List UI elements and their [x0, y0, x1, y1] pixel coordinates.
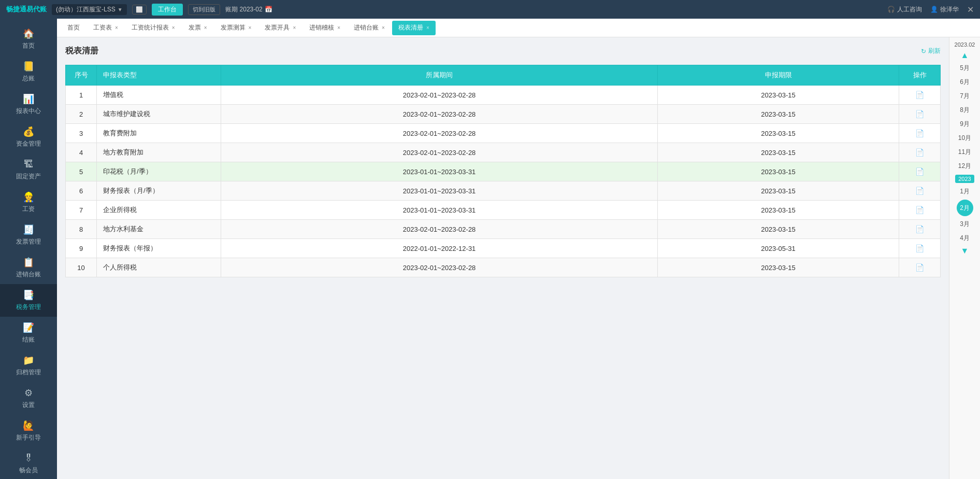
tab-close-invoice[interactable]: × [204, 25, 207, 31]
date-month-6[interactable]: 6月 [949, 75, 980, 89]
app-logo: 畅捷通易代账 [6, 5, 47, 14]
refresh-button[interactable]: ↻ 刷新 [921, 47, 941, 55]
cell-period-3: 2023-02-01~2023-02-28 [221, 143, 658, 162]
date-month-3[interactable]: 3月 [949, 217, 980, 231]
tab-invoice-calc[interactable]: 发票测算 × [214, 21, 258, 35]
sidebar-item-invoice[interactable]: 🧾 发票管理 [0, 219, 57, 251]
tab-salary-table[interactable]: 工资表 × [87, 21, 124, 35]
cell-type-5: 财务报表（月/季） [97, 181, 221, 201]
date-month-12[interactable]: 12月 [949, 159, 980, 173]
sidebar-item-close[interactable]: 📝 结账 [0, 317, 57, 349]
member-icon: 🎖 [23, 453, 34, 464]
tab-close-salary-table[interactable]: × [115, 25, 118, 31]
tab-close-purchase-ledger[interactable]: × [382, 25, 385, 31]
date-month-9[interactable]: 9月 [949, 117, 980, 131]
tab-invoice-open[interactable]: 发票开具 × [258, 21, 302, 35]
action-icon-4[interactable]: 📄 [915, 167, 924, 176]
tab-purchase-ledger[interactable]: 进销台账 × [348, 21, 391, 35]
sidebar-item-purchase-sales[interactable]: 📋 进销台账 [0, 251, 57, 284]
cell-deadline-6: 2023-03-15 [658, 201, 899, 220]
tab-bar: 首页 工资表 × 工资统计报表 × 发票 × 发票测算 × 发票开具 × [57, 19, 980, 37]
period-label: 账期 2023-02 📅 [225, 5, 272, 14]
cell-action-2: 📄 [899, 124, 941, 143]
action-icon-2[interactable]: 📄 [915, 129, 924, 137]
cell-action-6: 📄 [899, 201, 941, 220]
cell-period-0: 2023-02-01~2023-02-28 [221, 86, 658, 105]
action-icon-9[interactable]: 📄 [915, 263, 924, 272]
sidebar-item-ledger[interactable]: 📒 总账 [0, 55, 57, 88]
sidebar-label-ledger: 总账 [22, 74, 35, 83]
date-month-10[interactable]: 10月 [949, 131, 980, 145]
action-icon-6[interactable]: 📄 [915, 206, 924, 214]
action-icon-5[interactable]: 📄 [915, 187, 924, 195]
page-title: 税表清册 [65, 46, 98, 57]
sidebar-item-member[interactable]: 🎖 畅会员 [0, 447, 57, 479]
user-profile[interactable]: 👤 徐泽华 [930, 5, 959, 14]
company-selector[interactable]: (勿动）江西服宝-LSS ▼ [52, 4, 127, 15]
date-month-11[interactable]: 11月 [949, 145, 980, 159]
action-icon-3[interactable]: 📄 [915, 148, 924, 157]
tab-close-invoice-open[interactable]: × [293, 25, 296, 31]
cell-period-2: 2023-02-01~2023-02-28 [221, 124, 658, 143]
fund-icon: 💰 [23, 126, 34, 137]
tab-close-purchase-audit[interactable]: × [337, 25, 340, 31]
sidebar: 🏠 首页 📒 总账 📊 报表中心 💰 资金管理 🏗 固定资产 👷 工资 🧾 发票… [0, 19, 57, 479]
top-bar-right: 🎧 人工咨询 👤 徐泽华 ✕ [887, 5, 974, 15]
sidebar-item-archive[interactable]: 📁 归档管理 [0, 349, 57, 382]
cell-period-9: 2023-02-01~2023-02-28 [221, 258, 658, 277]
cell-id-8: 9 [66, 239, 97, 258]
date-month-7[interactable]: 7月 [949, 89, 980, 103]
tab-close-invoice-calc[interactable]: × [249, 25, 252, 31]
tab-purchase-audit[interactable]: 进销稽核 × [303, 21, 347, 35]
date-month-1[interactable]: 1月 [949, 185, 980, 199]
cell-period-7: 2023-02-01~2023-02-28 [221, 220, 658, 239]
human-service-button[interactable]: 🎧 人工咨询 [887, 5, 922, 14]
calendar-icon[interactable]: 📅 [265, 6, 272, 13]
cell-action-5: 📄 [899, 181, 941, 201]
tab-tax-register[interactable]: 税表清册 × [392, 21, 436, 35]
copy-button[interactable]: ⬜ [132, 5, 147, 15]
date-panel-year-label: 2023.02 [955, 39, 975, 50]
action-icon-8[interactable]: 📄 [915, 244, 924, 252]
date-month-5[interactable]: 5月 [949, 61, 980, 75]
date-month-2-active[interactable]: 2月 [957, 200, 973, 216]
workspace-button[interactable]: 工作台 [152, 4, 183, 16]
sidebar-item-fund[interactable]: 💰 资金管理 [0, 121, 57, 153]
table-row: 1 增值税 2023-02-01~2023-02-28 2023-03-15 📄 [66, 86, 941, 105]
action-icon-7[interactable]: 📄 [915, 225, 924, 233]
cell-action-0: 📄 [899, 86, 941, 105]
sidebar-item-salary[interactable]: 👷 工资 [0, 186, 57, 219]
action-icon-1[interactable]: 📄 [915, 110, 924, 118]
tab-close-salary-stats[interactable]: × [172, 25, 175, 31]
tax-icon: 📑 [23, 289, 34, 301]
sidebar-label-tax: 税务管理 [16, 303, 41, 312]
sidebar-item-report[interactable]: 📊 报表中心 [0, 88, 57, 121]
date-month-4[interactable]: 4月 [949, 231, 980, 245]
sidebar-item-home[interactable]: 🏠 首页 [0, 23, 57, 55]
tab-invoice[interactable]: 发票 × [182, 21, 213, 35]
sidebar-item-tax[interactable]: 📑 税务管理 [0, 284, 57, 317]
sidebar-label-report: 报表中心 [16, 107, 41, 116]
assets-icon: 🏗 [23, 159, 34, 170]
sidebar-label-purchase-sales: 进销台账 [16, 270, 41, 279]
tab-salary-stats[interactable]: 工资统计报表 × [125, 21, 181, 35]
date-panel-down-button[interactable]: ▼ [961, 245, 969, 257]
sidebar-label-salary: 工资 [22, 205, 35, 214]
switch-version-button[interactable]: 切到旧版 [188, 4, 220, 15]
sidebar-item-guide[interactable]: 🙋 新手引导 [0, 415, 57, 447]
cell-deadline-0: 2023-03-15 [658, 86, 899, 105]
sidebar-label-invoice: 发票管理 [16, 237, 41, 246]
purchase-sales-icon: 📋 [23, 257, 34, 268]
table-row: 6 财务报表（月/季） 2023-01-01~2023-03-31 2023-0… [66, 181, 941, 201]
sidebar-item-settings[interactable]: ⚙ 设置 [0, 382, 57, 415]
close-button[interactable]: ✕ [967, 5, 974, 15]
cell-action-9: 📄 [899, 258, 941, 277]
tab-home[interactable]: 首页 [61, 21, 86, 35]
report-icon: 📊 [23, 93, 34, 105]
date-panel-up-button[interactable]: ▲ [961, 50, 969, 61]
tab-close-tax-register[interactable]: × [426, 25, 429, 31]
action-icon-0[interactable]: 📄 [915, 91, 924, 99]
cell-id-3: 4 [66, 143, 97, 162]
sidebar-item-assets[interactable]: 🏗 固定资产 [0, 153, 57, 186]
date-month-8[interactable]: 8月 [949, 103, 980, 117]
